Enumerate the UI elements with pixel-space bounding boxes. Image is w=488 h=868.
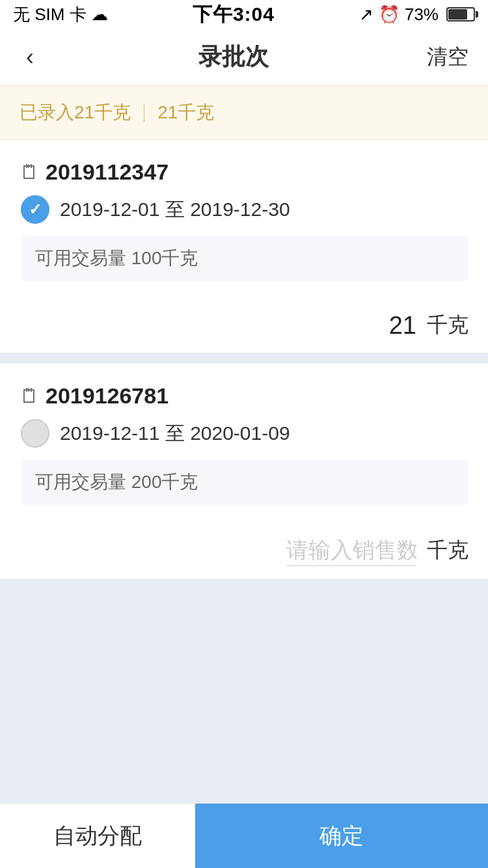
nav-bar: ‹ 录批次 清空 — [0, 29, 488, 86]
unit-label-2: 千克 — [427, 536, 468, 565]
available-qty-2: 可用交易量 200千克 — [35, 472, 198, 492]
auto-distribute-button[interactable]: 自动分配 — [0, 804, 195, 868]
quantity-row-1: 21 千克 — [0, 301, 488, 353]
battery-percent: 73% — [405, 5, 439, 25]
status-time: 下午3:04 — [193, 1, 275, 28]
batch-date-row-1[interactable]: ✓ 2019-12-01 至 2019-12-30 — [20, 195, 468, 224]
bottom-bar: 自动分配 确定 — [0, 803, 488, 868]
alarm-icon: ⏰ — [379, 5, 400, 25]
batch-id-row-2: 🗒 2019126781 — [20, 383, 468, 409]
recorded-label: 已录入21千克 — [20, 100, 131, 125]
info-banner: 已录入21千克 21千克 — [0, 86, 488, 140]
location-icon: ↗ — [359, 5, 373, 25]
available-qty-box-1: 可用交易量 100千克 — [22, 236, 468, 281]
batch-id-1: 2019112347 — [46, 159, 169, 185]
status-left: 无 SIM 卡 ☁ — [13, 3, 108, 26]
batch-date-1: 2019-12-01 至 2019-12-30 — [60, 197, 290, 223]
recorded-value: 21千克 — [157, 100, 214, 125]
clear-button[interactable]: 清空 — [427, 43, 468, 72]
check-icon-1: ✓ — [29, 200, 42, 219]
status-bar: 无 SIM 卡 ☁ 下午3:04 ↗ ⏰ 73% — [0, 0, 488, 29]
quantity-value-1: 21 — [389, 312, 416, 340]
back-button[interactable]: ‹ — [20, 37, 40, 77]
batch-id-row-1: 🗒 2019112347 — [20, 159, 468, 185]
available-qty-box-2: 可用交易量 200千克 — [22, 459, 468, 505]
available-qty-1: 可用交易量 100千克 — [35, 248, 198, 268]
radio-selected-1[interactable]: ✓ — [21, 195, 49, 224]
unit-label-1: 千克 — [427, 311, 468, 340]
page-title: 录批次 — [198, 41, 269, 73]
document-icon-2: 🗒 — [20, 385, 39, 407]
batch-date-row-2[interactable]: 2019-12-11 至 2020-01-09 — [20, 419, 468, 448]
quantity-input-2[interactable] — [286, 535, 416, 566]
signal-text: 无 SIM 卡 ☁ — [13, 3, 108, 26]
batch-item-1: 🗒 2019112347 ✓ 2019-12-01 至 2019-12-30 可… — [0, 140, 488, 301]
batch-date-2: 2019-12-11 至 2020-01-09 — [60, 420, 290, 447]
document-icon-1: 🗒 — [20, 161, 39, 183]
batch-section-2: 🗒 2019126781 2019-12-11 至 2020-01-09 可用交… — [0, 364, 488, 580]
batch-list: 🗒 2019112347 ✓ 2019-12-01 至 2019-12-30 可… — [0, 140, 488, 353]
banner-divider — [144, 103, 144, 122]
radio-unselected-2[interactable] — [21, 419, 49, 448]
batch-item-2: 🗒 2019126781 2019-12-11 至 2020-01-09 可用交… — [0, 364, 488, 524]
batch-id-2: 2019126781 — [46, 383, 169, 409]
confirm-button[interactable]: 确定 — [195, 804, 488, 868]
quantity-row-2: 千克 — [0, 524, 488, 580]
section-separator — [0, 353, 488, 364]
battery-icon — [446, 7, 475, 21]
status-right: ↗ ⏰ 73% — [359, 5, 475, 25]
